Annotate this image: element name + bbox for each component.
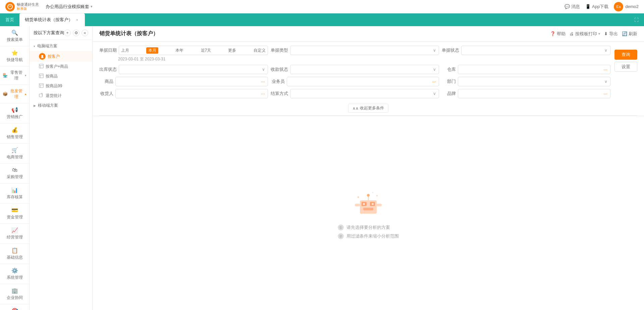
brand-input[interactable]: ··· <box>458 89 610 98</box>
tree-item-returns[interactable]: 退货统计 <box>30 91 92 101</box>
mobile-group-header[interactable]: ▶ 移动端方案 <box>30 101 92 110</box>
pay-status-label: 收款状态 <box>271 66 288 72</box>
retail-arrow: ▾ <box>25 74 26 77</box>
status-select[interactable]: ∨ <box>461 46 610 55</box>
panel-actions: + ⚙ « <box>64 30 88 36</box>
filter-settle: 结算方式 ∨ <box>271 89 439 98</box>
export-button[interactable]: ⬇ 导出 <box>604 31 618 37</box>
date-tab-current-year[interactable]: 本年 <box>175 48 183 53</box>
status-label: 单据状态 <box>442 47 459 53</box>
page-title-row: 销货单统计表（按客户） ❓ 帮助 🖨 按模板打印 ▾ ⬇ 导出 <box>99 30 637 37</box>
sidebar-item-marketing[interactable]: 📢 营销推广 <box>0 103 29 123</box>
pay-status-select[interactable]: ∨ <box>290 65 439 74</box>
product-input[interactable]: ··· <box>115 77 268 86</box>
date-filter-input[interactable]: 上月 本月 本年 近7天 更多 自定义 <box>119 46 268 55</box>
help-button[interactable]: ❓ 帮助 <box>550 31 566 37</box>
salesman-label: 业务员 <box>271 79 285 85</box>
salesman-input[interactable]: ··· <box>287 77 439 86</box>
download-icon: 📱 <box>585 4 591 9</box>
tree-item-product[interactable]: 按商品 <box>30 71 92 81</box>
collapse-button[interactable]: ∧∧ 收起更多条件 <box>348 104 388 113</box>
empty-illustration: ✦ ✦ ✦ <box>352 187 385 220</box>
sidebar-item-retail[interactable]: 🏪 零售管理 ▾ <box>0 66 29 85</box>
tree-item-customer[interactable]: 按客户 <box>30 51 92 62</box>
print-button[interactable]: 🖨 按模板打印 ▾ <box>570 31 600 37</box>
tab-sales-statistics[interactable]: 销货单统计表（按客户） × <box>19 13 85 26</box>
tab-close-icon[interactable]: × <box>75 17 79 22</box>
mobile-arrow: ▶ <box>34 104 36 107</box>
dept-arrow: ∨ <box>604 79 607 84</box>
system-icon: ⚙️ <box>11 267 18 274</box>
date-tab-more[interactable]: 更多 <box>228 48 236 53</box>
date-range-display: 2023-03-01 至 2023-03-31 <box>118 56 610 62</box>
empty-tip-2: ② 用过滤条件来缩小分析范围 <box>338 233 399 239</box>
collapse-panel-button[interactable]: « <box>82 30 88 36</box>
receiver-input[interactable]: ··· <box>115 89 268 98</box>
refresh-icon: 🔄 <box>622 31 627 36</box>
empty-tips: ① 请先选择要分析的方案 ② 用过滤条件来缩小分析范围 <box>338 224 399 239</box>
desktop-arrow: ▾ <box>34 45 35 48</box>
sidebar-item-ecom[interactable]: 🛒 电商管理 <box>0 144 29 164</box>
message-button[interactable]: 💬 消息 <box>565 4 580 10</box>
guide-icon: 🎯 <box>11 308 18 310</box>
action-buttons: 查询 设置 <box>610 46 637 76</box>
svg-rect-21 <box>377 204 382 206</box>
main-layout: 🔍 搜索菜单 ⭐ 快捷导航 🏪 零售管理 ▾ 📦 批发管理 ▴ 📢 营销推广 💰… <box>0 26 644 310</box>
sidebar-item-system[interactable]: ⚙️ 系统管理 <box>0 264 29 284</box>
filter-row-2: 出库状态 ∨ 收款状态 ∨ <box>99 65 610 74</box>
breadcrumb[interactable]: 办公用品行业模拟账套 ▾ <box>46 4 93 10</box>
add-scheme-button[interactable]: + <box>64 30 71 36</box>
export-icon: ⬇ <box>604 31 608 36</box>
search-button[interactable]: 查询 <box>614 50 637 60</box>
date-tab-last-month[interactable]: 上月 <box>121 48 129 53</box>
sidebar-item-inventory[interactable]: 📊 库存核算 <box>0 184 29 204</box>
empty-tip-1: ① 请先选择要分析的方案 <box>338 224 399 230</box>
tip-num-2: ② <box>338 233 344 239</box>
dept-select[interactable]: ∨ <box>458 77 610 86</box>
filter-pay-status: 收款状态 ∨ <box>271 65 439 74</box>
svg-rect-2 <box>39 64 43 68</box>
sidebar-item-sales[interactable]: 💰 销售管理 <box>0 123 29 144</box>
refresh-button[interactable]: 🔄 刷新 <box>622 31 637 37</box>
out-status-select[interactable]: ∨ <box>119 65 268 74</box>
settings-button[interactable]: 设置 <box>614 62 637 72</box>
sidebar-item-finance[interactable]: 💳 资金管理 <box>0 204 29 224</box>
settle-select[interactable]: ∨ <box>290 89 439 98</box>
sidebar-item-purchase[interactable]: 🛍 采购管理 <box>0 164 29 184</box>
sidebar-item-operation[interactable]: 📈 经营管理 <box>0 224 29 244</box>
type-dropdown-arrow: ∨ <box>433 48 436 53</box>
sidebar-item-guide[interactable]: 🎯 新手引导 <box>0 304 29 310</box>
sidebar-item-search[interactable]: 🔍 搜索菜单 <box>0 26 29 46</box>
date-tab-custom[interactable]: 自定义 <box>254 48 266 53</box>
sidebar-item-wholesale[interactable]: 📦 批发管理 ▴ <box>0 85 29 103</box>
date-tab-7days[interactable]: 近7天 <box>201 48 211 53</box>
user-profile[interactable]: Ea demo2 <box>614 2 639 11</box>
svg-point-0 <box>8 4 12 9</box>
svg-rect-20 <box>355 204 360 206</box>
tab-bar: 首页 销货单统计表（按客户） × ⛶ <box>0 13 644 26</box>
desktop-group-header[interactable]: ▾ 电脑端方案 <box>30 41 92 51</box>
help-icon: ❓ <box>550 31 555 36</box>
date-tab-current-month[interactable]: 本月 <box>146 47 158 54</box>
filter-main-row: 单据日期 上月 本月 本年 近7天 更多 自定义 <box>99 46 637 101</box>
filter-brand: 品牌 ··· <box>442 89 610 98</box>
product-icon <box>39 73 44 79</box>
message-icon: 💬 <box>565 4 570 9</box>
tab-home[interactable]: 首页 <box>0 13 19 26</box>
warehouse-input[interactable]: ··· <box>458 65 610 74</box>
filter-row-1: 单据日期 上月 本月 本年 近7天 更多 自定义 <box>99 46 610 55</box>
app-download-button[interactable]: 📱 App下载 <box>585 4 608 10</box>
type-select[interactable]: ∨ <box>290 46 439 55</box>
scheme-settings-button[interactable]: ⚙ <box>73 30 79 36</box>
finance-icon: 💳 <box>11 207 18 213</box>
warehouse-dots: ··· <box>603 67 607 72</box>
maximize-button[interactable]: ⛶ <box>632 17 641 22</box>
tree-section: ▾ 电脑端方案 按客户 按客户+商品 按商品 <box>30 40 92 112</box>
tree-item-customer-product[interactable]: 按客户+商品 <box>30 62 92 71</box>
sidebar-item-quick-nav[interactable]: ⭐ 快捷导航 <box>0 46 29 66</box>
collapse-up-icon: ∧∧ <box>353 106 359 111</box>
sidebar-item-base[interactable]: 📋 基础信息 <box>0 244 29 264</box>
sidebar-item-enterprise[interactable]: 🏢 企业协同 <box>0 284 29 304</box>
settle-label: 结算方式 <box>271 91 288 97</box>
tree-item-product99[interactable]: 按商品99 <box>30 81 92 91</box>
